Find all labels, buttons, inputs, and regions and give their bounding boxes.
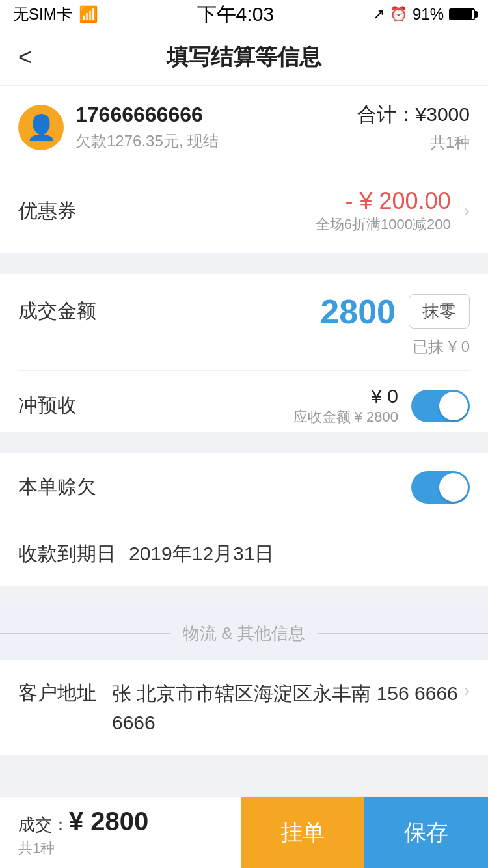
prereceive-amount-col: ¥ 0 应收金额 ¥ 2800 — [293, 385, 398, 427]
logistics-text: 物流 & 其他信息 — [183, 622, 305, 645]
carrier-text: 无SIM卡 — [13, 4, 72, 25]
prereceive-row: 冲预收 ¥ 0 应收金额 ¥ 2800 — [18, 371, 470, 432]
logistics-line-left — [0, 633, 170, 634]
customer-section: 👤 17666666666 欠款1276.35元, 现结 合计：¥3000 共1… — [0, 86, 488, 253]
bottom-deal-label: 成交：¥ 2800 — [18, 807, 223, 836]
coupon-discount: - ¥ 200.00 — [316, 187, 451, 215]
avatar: 👤 — [18, 105, 64, 150]
bottom-count: 共1种 — [18, 839, 223, 858]
location-icon: ↗ — [373, 6, 385, 23]
battery-indicator — [449, 8, 475, 20]
address-value: 张 北京市市辖区海淀区永丰南 156 6666 6666 — [112, 679, 459, 737]
avatar-icon: 👤 — [26, 113, 57, 142]
page-title: 填写结算等信息 — [167, 42, 321, 72]
duedate-value: 2019年12月31日 — [129, 541, 274, 567]
total-value: ¥3000 — [416, 103, 470, 125]
customer-total: 合计：¥3000 共1种 — [357, 102, 470, 153]
address-label: 客户地址 — [18, 679, 96, 707]
address-section: 客户地址 张 北京市市辖区海淀区永丰南 156 6666 6666 › — [0, 660, 488, 755]
prereceive-label: 冲预收 — [18, 392, 77, 419]
bottom-deal-amount: ¥ 2800 — [69, 807, 148, 835]
back-button[interactable]: < — [18, 44, 32, 71]
prereceive-value: ¥ 0 — [293, 385, 398, 407]
save-button[interactable]: 保存 — [364, 797, 488, 869]
battery-percent: 91% — [413, 5, 444, 23]
logistics-line-right — [318, 633, 488, 634]
customer-info: 17666666666 欠款1276.35元, 现结 — [75, 103, 357, 152]
total-count: 共1种 — [357, 132, 470, 153]
debt-toggle[interactable] — [411, 471, 470, 504]
duedate-label: 收款到期日 — [18, 541, 116, 567]
pending-button[interactable]: 挂单 — [241, 797, 364, 869]
amount-value: 2800 — [320, 292, 396, 331]
section-divider-3 — [0, 596, 488, 606]
duedate-row: 收款到期日 2019年12月31日 — [18, 522, 470, 586]
status-right: ↗ ⏰ 91% — [373, 5, 475, 23]
debt-label: 本单赊欠 — [18, 474, 96, 500]
status-time: 下午4:03 — [197, 1, 274, 28]
status-left: 无SIM卡 📶 — [13, 4, 98, 25]
coupon-detail: 全场6折满1000减200 — [316, 215, 451, 235]
customer-row: 👤 17666666666 欠款1276.35元, 现结 合计：¥3000 共1… — [18, 86, 470, 169]
logistics-separator: 物流 & 其他信息 — [0, 606, 488, 660]
amount-row: 成交金额 2800 抹零 — [18, 274, 470, 336]
amount-right: 2800 抹零 — [320, 292, 470, 331]
total-amount: 合计：¥3000 — [357, 102, 470, 128]
bottom-summary: 成交：¥ 2800 共1种 — [0, 807, 241, 858]
status-bar: 无SIM卡 📶 下午4:03 ↗ ⏰ 91% — [0, 0, 488, 29]
nav-bar: < 填写结算等信息 — [0, 29, 488, 86]
coupon-row[interactable]: 优惠券 - ¥ 200.00 全场6折满1000减200 › — [18, 169, 470, 253]
address-chevron-icon: › — [464, 679, 470, 701]
bottom-bar: 成交：¥ 2800 共1种 挂单 保存 — [0, 796, 488, 868]
customer-phone: 17666666666 — [75, 103, 357, 127]
prereceive-right: ¥ 0 应收金额 ¥ 2800 — [293, 385, 470, 427]
prereceive-sub: 应收金额 ¥ 2800 — [293, 407, 398, 427]
total-label: 合计： — [357, 103, 416, 125]
amount-section: 成交金额 2800 抹零 已抹 ¥ 0 冲预收 ¥ 0 应收金额 ¥ 2800 — [0, 274, 488, 432]
coupon-right: - ¥ 200.00 全场6折满1000减200 › — [316, 187, 470, 235]
amount-label: 成交金额 — [18, 298, 96, 325]
debt-toggle-knob — [439, 473, 468, 502]
section-divider-1 — [0, 264, 488, 274]
toggle-knob — [439, 392, 468, 420]
coupon-label: 优惠券 — [18, 198, 77, 224]
round-zero-button[interactable]: 抹零 — [409, 294, 470, 329]
customer-sub: 欠款1276.35元, 现结 — [75, 131, 357, 152]
amount-sub: 已抹 ¥ 0 — [18, 336, 470, 370]
section-divider-2 — [0, 442, 488, 453]
wifi-icon: 📶 — [79, 5, 98, 23]
prereceive-toggle[interactable] — [411, 390, 470, 422]
debt-row: 本单赊欠 — [18, 453, 470, 522]
address-row[interactable]: 客户地址 张 北京市市辖区海淀区永丰南 156 6666 6666 › — [18, 660, 470, 755]
alarm-icon: ⏰ — [390, 6, 407, 23]
chevron-right-icon: › — [464, 200, 470, 221]
debt-section: 本单赊欠 收款到期日 2019年12月31日 — [0, 453, 488, 586]
